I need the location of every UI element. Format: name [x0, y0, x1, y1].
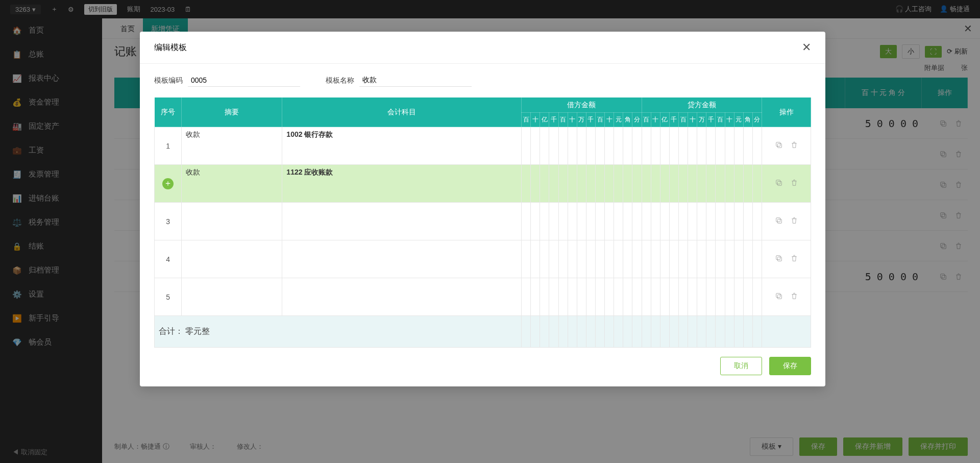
cell-summary[interactable]: [182, 240, 282, 278]
digit-cell[interactable]: [697, 203, 706, 240]
digit-cell[interactable]: [596, 203, 605, 240]
table-row[interactable]: 5: [155, 278, 811, 316]
digit-cell[interactable]: [743, 165, 752, 203]
digit-cell[interactable]: [558, 165, 568, 203]
digit-cell[interactable]: [660, 203, 669, 240]
digit-cell[interactable]: [605, 165, 614, 203]
digit-cell[interactable]: [623, 127, 632, 165]
digit-cell[interactable]: [743, 203, 752, 240]
digit-cell[interactable]: [716, 203, 725, 240]
digit-cell[interactable]: [623, 165, 632, 203]
digit-cell[interactable]: [725, 203, 734, 240]
digit-cell[interactable]: [522, 165, 531, 203]
digit-cell[interactable]: [716, 165, 725, 203]
cell-summary[interactable]: 收款: [182, 165, 282, 203]
digit-cell[interactable]: [568, 240, 577, 278]
digit-cell[interactable]: [669, 165, 678, 203]
delete-icon[interactable]: [790, 179, 798, 187]
digit-cell[interactable]: [522, 127, 531, 165]
delete-icon[interactable]: [790, 216, 798, 225]
digit-cell[interactable]: [558, 278, 568, 316]
digit-cell[interactable]: [623, 278, 632, 316]
digit-cell[interactable]: [540, 278, 549, 316]
digit-cell[interactable]: [614, 127, 623, 165]
digit-cell[interactable]: [522, 240, 531, 278]
digit-cell[interactable]: [549, 278, 558, 316]
digit-cell[interactable]: [549, 203, 558, 240]
cell-summary[interactable]: 收款: [182, 127, 282, 165]
digit-cell[interactable]: [752, 165, 762, 203]
digit-cell[interactable]: [577, 240, 586, 278]
digit-cell[interactable]: [734, 203, 743, 240]
digit-cell[interactable]: [596, 278, 605, 316]
digit-cell[interactable]: [522, 278, 531, 316]
digit-cell[interactable]: [568, 127, 577, 165]
digit-cell[interactable]: [752, 278, 762, 316]
digit-cell[interactable]: [568, 165, 577, 203]
digit-cell[interactable]: [697, 127, 706, 165]
digit-cell[interactable]: [531, 203, 540, 240]
digit-cell[interactable]: [642, 165, 651, 203]
digit-cell[interactable]: [586, 165, 595, 203]
digit-cell[interactable]: [734, 165, 743, 203]
digit-cell[interactable]: [558, 127, 568, 165]
digit-cell[interactable]: [651, 278, 660, 316]
digit-cell[interactable]: [669, 203, 678, 240]
digit-cell[interactable]: [549, 240, 558, 278]
digit-cell[interactable]: [558, 240, 568, 278]
digit-cell[interactable]: [540, 165, 549, 203]
digit-cell[interactable]: [614, 278, 623, 316]
table-row[interactable]: ＋收款1122 应收账款: [155, 165, 811, 203]
digit-cell[interactable]: [531, 127, 540, 165]
digit-cell[interactable]: [651, 240, 660, 278]
digit-cell[interactable]: [614, 165, 623, 203]
digit-cell[interactable]: [605, 203, 614, 240]
digit-cell[interactable]: [706, 165, 716, 203]
digit-cell[interactable]: [688, 165, 697, 203]
digit-cell[interactable]: [743, 278, 752, 316]
copy-icon[interactable]: [775, 292, 783, 300]
digit-cell[interactable]: [642, 203, 651, 240]
digit-cell[interactable]: [568, 278, 577, 316]
cancel-button[interactable]: 取消: [720, 357, 762, 375]
digit-cell[interactable]: [734, 240, 743, 278]
digit-cell[interactable]: [642, 278, 651, 316]
copy-icon[interactable]: [775, 216, 783, 225]
digit-cell[interactable]: [596, 165, 605, 203]
digit-cell[interactable]: [752, 203, 762, 240]
copy-icon[interactable]: [775, 254, 783, 262]
digit-cell[interactable]: [734, 278, 743, 316]
digit-cell[interactable]: [752, 240, 762, 278]
digit-cell[interactable]: [642, 127, 651, 165]
digit-cell[interactable]: [632, 203, 642, 240]
digit-cell[interactable]: [725, 240, 734, 278]
digit-cell[interactable]: [642, 240, 651, 278]
digit-cell[interactable]: [531, 240, 540, 278]
digit-cell[interactable]: [743, 127, 752, 165]
digit-cell[interactable]: [558, 203, 568, 240]
digit-cell[interactable]: [540, 240, 549, 278]
digit-cell[interactable]: [549, 127, 558, 165]
digit-cell[interactable]: [614, 203, 623, 240]
digit-cell[interactable]: [522, 203, 531, 240]
digit-cell[interactable]: [669, 240, 678, 278]
digit-cell[interactable]: [623, 203, 632, 240]
digit-cell[interactable]: [651, 127, 660, 165]
digit-cell[interactable]: [577, 278, 586, 316]
delete-icon[interactable]: [790, 292, 798, 300]
digit-cell[interactable]: [651, 165, 660, 203]
digit-cell[interactable]: [725, 165, 734, 203]
digit-cell[interactable]: [540, 203, 549, 240]
add-row-button[interactable]: ＋: [162, 178, 174, 189]
digit-cell[interactable]: [697, 240, 706, 278]
digit-cell[interactable]: [688, 203, 697, 240]
digit-cell[interactable]: [660, 165, 669, 203]
copy-icon[interactable]: [775, 141, 783, 149]
digit-cell[interactable]: [716, 240, 725, 278]
table-row[interactable]: 1收款1002 银行存款: [155, 127, 811, 165]
table-row[interactable]: 3: [155, 203, 811, 240]
digit-cell[interactable]: [679, 127, 688, 165]
digit-cell[interactable]: [549, 165, 558, 203]
cell-summary[interactable]: [182, 278, 282, 316]
digit-cell[interactable]: [688, 278, 697, 316]
